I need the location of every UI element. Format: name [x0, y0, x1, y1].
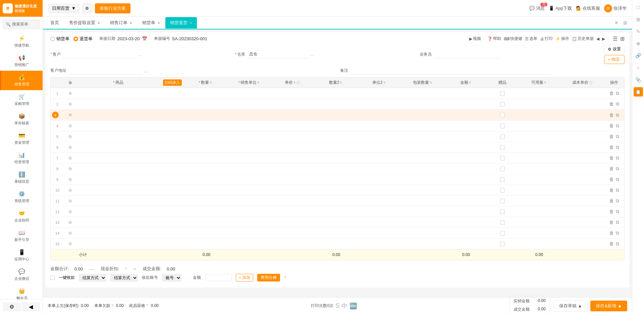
row-1-qty[interactable] — [184, 88, 227, 99]
toolbar-logistics-button[interactable]: + 物流 — [604, 55, 625, 64]
row-7-delete-icon[interactable]: 🗑 — [609, 155, 614, 161]
fee-split-btn[interactable]: 费用分摊 — [257, 274, 280, 281]
calc-method-select[interactable]: 结算方式 — [110, 274, 138, 281]
row-1-qty2-input[interactable] — [315, 90, 356, 97]
row-6-copy-icon[interactable]: ⧉ — [616, 144, 619, 150]
sidebar-item-wechat[interactable]: 💬 企业微信 — [0, 265, 43, 285]
unit2-sort-icon[interactable]: ⇅ — [383, 81, 386, 84]
row-13-gift-checkbox[interactable] — [500, 220, 505, 225]
row-8-gift-checkbox[interactable] — [500, 167, 505, 171]
row-11-copy-icon[interactable]: ⧉ — [616, 198, 619, 204]
row-1-copy-icon[interactable]: ⧉ — [616, 90, 619, 96]
row-1-price-input[interactable] — [272, 90, 313, 97]
remark-input[interactable] — [350, 67, 551, 74]
radio-return[interactable]: 退货单 — [73, 36, 93, 42]
tab-close-sales-return[interactable]: ✕ — [190, 21, 192, 25]
warehouse-input[interactable] — [247, 51, 308, 58]
sidebar-item-management[interactable]: 📊 经营管理 — [0, 148, 43, 168]
save-new-btn[interactable]: 保存&新增 ▲ — [590, 301, 627, 311]
tab-more-btn[interactable]: ⊞ — [621, 20, 629, 25]
row-3-gift-checkbox[interactable] — [500, 113, 505, 117]
row-2-price[interactable] — [271, 102, 314, 106]
pack-sort-icon[interactable]: ⇅ — [430, 81, 432, 84]
payment-amount-input[interactable] — [205, 274, 232, 281]
row-7-copy-icon[interactable]: ⧉ — [616, 155, 619, 161]
row-9-gift-checkbox[interactable] — [500, 177, 505, 182]
row-12-copy-icon[interactable]: ⧉ — [616, 209, 619, 214]
row-2-unit[interactable] — [227, 102, 270, 106]
row-15-copy-icon[interactable]: ⧉ — [616, 241, 619, 247]
row-1-qty-input[interactable] — [185, 90, 226, 97]
row-1-gift[interactable] — [487, 89, 517, 98]
operation-btn[interactable]: ⚡ 操作 — [555, 36, 569, 42]
app-download-btn[interactable]: 📱 App下载 — [549, 5, 572, 11]
calendar-icon[interactable]: 📅 — [142, 36, 147, 41]
trial-btn[interactable]: 体验行业方案 — [95, 3, 130, 13]
row-6-gift-checkbox[interactable] — [500, 145, 505, 150]
row-1-gear[interactable]: ⚙ — [64, 89, 76, 98]
row-2-gift[interactable] — [487, 100, 517, 109]
tab-close-price-settings[interactable]: ✕ — [97, 21, 100, 25]
sidebar-item-finance[interactable]: 💳 资金管理 — [0, 129, 43, 148]
prev-record-btn[interactable]: ◀ — [596, 37, 599, 41]
row-1-unit2-input[interactable] — [359, 90, 399, 97]
row-3-pack[interactable] — [401, 113, 444, 117]
row-5-gift-checkbox[interactable] — [500, 134, 505, 139]
row-1-pack-input[interactable] — [402, 90, 443, 97]
sidebar-item-purchase[interactable]: 🛒 采购管理 — [0, 90, 43, 110]
settings-gear-btn[interactable]: ⚙ — [82, 3, 92, 13]
row-2-qty[interactable] — [184, 102, 227, 106]
user-menu[interactable]: 徐 徐泽华 — [604, 4, 627, 12]
cost-help-icon[interactable]: ⓘ — [589, 80, 592, 85]
view-list-btn[interactable]: ☰ — [613, 36, 618, 42]
scan-input-btn[interactable]: 扫码录入 — [163, 79, 182, 86]
rp-icon-4[interactable]: ⊕ — [634, 39, 643, 48]
settle-method-select[interactable]: 结算方式 — [79, 274, 106, 281]
sidebar-item-app-center[interactable]: 📱 应用中心 — [0, 246, 43, 265]
row-12-gift-checkbox[interactable] — [500, 209, 505, 214]
rp-icon-5[interactable]: 🔗 — [634, 51, 643, 60]
row-3-product-input[interactable] — [77, 112, 159, 118]
row-2-copy-icon[interactable]: ⧉ — [616, 101, 619, 107]
row-15-delete-icon[interactable]: 🗑 — [609, 241, 614, 247]
salesperson-input[interactable] — [434, 51, 501, 58]
one-click-pay-checkbox[interactable] — [50, 275, 55, 280]
row-1-delete-icon[interactable]: 🗑 — [609, 90, 614, 96]
help-bottom-icon[interactable]: ? — [111, 304, 113, 308]
addr-select-btn[interactable]: ... — [144, 68, 148, 73]
row-8-copy-icon[interactable]: ⧉ — [616, 166, 619, 172]
row-10-gift-checkbox[interactable] — [500, 188, 505, 193]
sidebar-item-sales[interactable]: 💰 销售管理 — [0, 71, 43, 90]
search-menu-button[interactable]: 🔍 搜索菜单 — [3, 19, 40, 29]
sidebar-item-guide[interactable]: 📖 新手引导 — [0, 226, 43, 246]
rp-icon-6[interactable]: ☆ — [634, 63, 643, 72]
sidebar-item-inventory[interactable]: 📦 库存核算 — [0, 110, 43, 129]
row-2-qty2[interactable] — [314, 102, 357, 106]
warehouse-select-btn[interactable]: ... — [310, 52, 314, 57]
message-btn[interactable]: 💬 消息 70 — [529, 5, 545, 11]
sidebar-item-basic-info[interactable]: ℹ️ 基础信息 — [0, 168, 43, 187]
row-3-unit[interactable] — [227, 113, 270, 117]
qty-sort-icon[interactable]: ⇅ — [210, 81, 212, 84]
sidebar-settings-btn[interactable]: ⚙ — [3, 302, 21, 311]
row-14-copy-icon[interactable]: ⧉ — [616, 230, 619, 236]
row-3-price[interactable] — [271, 113, 314, 117]
price-sort-icon[interactable]: ⇅ — [293, 81, 296, 84]
tab-home[interactable]: 首页 — [46, 17, 64, 28]
row-10-delete-icon[interactable]: 🗑 — [609, 187, 614, 193]
row-1-product-input[interactable] — [77, 90, 159, 97]
row-15-gift-checkbox[interactable] — [500, 242, 505, 246]
row-6-delete-icon[interactable]: 🗑 — [609, 144, 614, 150]
help-bottom2-icon[interactable]: ? — [146, 304, 148, 308]
row-14-gift-checkbox[interactable] — [500, 231, 505, 236]
rp-icon-1[interactable]: □ — [634, 3, 643, 12]
row-1-unit-input[interactable] — [228, 90, 269, 97]
video-btn[interactable]: ▶ 视频 — [469, 36, 481, 42]
industry-selector[interactable]: 日用百货 ▼ — [48, 4, 79, 13]
tab-price-settings[interactable]: 售价提取设置 ✕ — [64, 17, 105, 28]
add-row-btn[interactable]: + — [52, 112, 59, 118]
customer-input[interactable] — [63, 51, 137, 58]
row-5-copy-icon[interactable]: ⧉ — [616, 134, 619, 139]
sidebar-item-collab[interactable]: 🤝 企业协同 — [0, 207, 43, 226]
row-2-delete-icon[interactable]: 🗑 — [609, 101, 614, 107]
